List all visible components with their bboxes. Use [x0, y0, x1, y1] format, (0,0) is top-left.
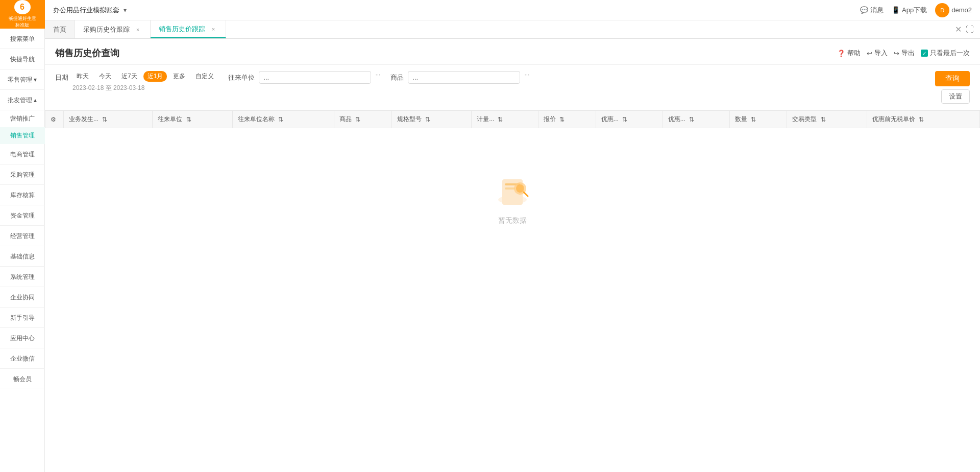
page-title: 销售历史价查询 [55, 47, 119, 59]
sidebar-item-purchase[interactable]: 采购管理 [0, 164, 45, 185]
date-range: 2023-02-18 至 2023-03-18 [72, 84, 218, 92]
sidebar-item-wholesale[interactable]: 批发管理 ▴ [0, 90, 45, 110]
tabbar-actions: ✕ ⛶ [949, 20, 980, 38]
product-ellipsis[interactable]: ··· [524, 71, 529, 78]
th-counterpart-name[interactable]: 往来单位名称 ⇅ [232, 111, 334, 128]
date-filter-group: 日期 昨天 今天 近7天 近1月 更多 自定义 2023-02-18 至 202… [55, 71, 218, 92]
user-profile[interactable]: D demo2 [935, 3, 972, 17]
sidebar-item-system[interactable]: 系统管理 [0, 267, 45, 287]
sidebar-item-guide[interactable]: 新手引导 [0, 308, 45, 328]
sort-icon-unit: ⇅ [498, 116, 503, 123]
date-btn-row: 昨天 今天 近7天 近1月 更多 自定义 [72, 71, 218, 82]
app-download-label: App下载 [902, 6, 927, 15]
sidebar-item-retail[interactable]: 零售管理 ▾ [0, 69, 45, 90]
product-label: 商品 [390, 71, 404, 82]
sidebar-item-ecommerce[interactable]: 电商管理 [0, 144, 45, 164]
gear-icon[interactable]: ⚙ [51, 116, 56, 123]
sidebar-item-operations[interactable]: 经营管理 [0, 226, 45, 246]
tab-purchase-history[interactable]: 采购历史价跟踪 × [75, 20, 151, 38]
date-btn-custom[interactable]: 自定义 [191, 71, 218, 82]
sort-icon-discount2: ⇅ [689, 116, 694, 123]
date-btn-1month[interactable]: 近1月 [143, 71, 167, 82]
th-trade-type[interactable]: 交易类型 ⇅ [787, 111, 867, 128]
sort-icon-biz-date: ⇅ [102, 116, 107, 123]
message-label: 消息 [870, 6, 884, 15]
company-name: 办公用品行业模拟账套 [53, 6, 119, 15]
company-dropdown[interactable]: ▾ [124, 7, 127, 14]
empty-text: 暂无数据 [498, 216, 527, 225]
sidebar-item-inventory[interactable]: 库存核算 [0, 185, 45, 205]
help-btn[interactable]: ❓ 帮助 [837, 49, 861, 58]
counterpart-label: 往来单位 [228, 71, 255, 82]
th-spec[interactable]: 规格型号 ⇅ [391, 111, 471, 128]
svg-rect-3 [505, 187, 515, 190]
app-download-btn[interactable]: 📱 App下载 [892, 6, 927, 15]
sidebar-item-appstore[interactable]: 应用中心 [0, 328, 45, 348]
product-input[interactable] [408, 71, 520, 84]
tab-close-sales[interactable]: × [209, 25, 217, 33]
empty-icon [492, 169, 533, 210]
topbar-right: 💬 消息 📱 App下载 D demo2 [860, 3, 972, 17]
data-table: ⚙ 业务发生... ⇅ 往来单位 ⇅ 往来单位名称 ⇅ [45, 110, 980, 128]
th-gear[interactable]: ⚙ [45, 111, 64, 128]
sort-icon-product: ⇅ [355, 116, 360, 123]
sidebar-item-basic[interactable]: 基础信息 [0, 246, 45, 267]
sidebar-item-search[interactable]: 搜索菜单 [0, 29, 45, 49]
import-btn[interactable]: ↩ 导入 [867, 49, 888, 58]
sidebar-item-enterprise[interactable]: 企业协同 [0, 287, 45, 308]
empty-state: 暂无数据 [45, 128, 980, 266]
th-pretax-price[interactable]: 优惠前无税单价 ⇅ [867, 111, 979, 128]
th-discount1[interactable]: 优惠... ⇅ [596, 111, 663, 128]
sidebar: 6 畅捷通好生意 标准版 搜索菜单 快捷导航 零售管理 ▾ 批发管理 ▴ 营销推… [0, 0, 45, 472]
avatar: D [935, 3, 949, 17]
topbar: 办公用品行业模拟账套 ▾ 💬 消息 📱 App下载 D demo2 [45, 0, 980, 20]
table-area: ⚙ 业务发生... ⇅ 往来单位 ⇅ 往来单位名称 ⇅ [45, 110, 980, 266]
date-btn-7days[interactable]: 近7天 [117, 71, 141, 82]
import-icon: ↩ [867, 50, 872, 57]
maximize-btn[interactable]: ⛶ [966, 25, 974, 34]
th-product[interactable]: 商品 ⇅ [334, 111, 392, 128]
sidebar-item-wechat[interactable]: 企业微信 [0, 348, 45, 369]
counterpart-ellipsis[interactable]: ··· [375, 71, 380, 78]
date-btn-more[interactable]: 更多 [169, 71, 189, 82]
tab-sales-history[interactable]: 销售历史价跟踪 × [151, 20, 226, 38]
date-buttons: 昨天 今天 近7天 近1月 更多 自定义 2023-02-18 至 2023-0… [72, 71, 218, 92]
sort-icon-counterpart-code: ⇅ [186, 116, 191, 123]
export-icon: ↪ [894, 50, 899, 57]
date-btn-today[interactable]: 今天 [95, 71, 115, 82]
only-last-checkbox[interactable]: ✓ 只看最后一次 [921, 49, 970, 58]
th-unit[interactable]: 计量... ⇅ [472, 111, 538, 128]
sort-icon-price: ⇅ [559, 116, 565, 123]
sort-icon-pretax-price: ⇅ [919, 116, 924, 123]
app-logo[interactable]: 6 畅捷通好生意 标准版 [0, 0, 45, 29]
close-window-btn[interactable]: ✕ [955, 25, 962, 34]
date-btn-yesterday[interactable]: 昨天 [72, 71, 93, 82]
sidebar-item-shortcuts[interactable]: 快捷导航 [0, 49, 45, 69]
message-icon: 💬 [860, 6, 868, 14]
message-btn[interactable]: 💬 消息 [860, 6, 884, 15]
th-quantity[interactable]: 数量 ⇅ [729, 111, 787, 128]
export-btn[interactable]: ↪ 导出 [894, 49, 915, 58]
sidebar-item-finance[interactable]: 资金管理 [0, 205, 45, 226]
tab-home[interactable]: 首页 [45, 20, 75, 38]
sidebar-item-marketing[interactable]: 营销推广 [0, 110, 45, 127]
logo-icon: 6 [14, 0, 31, 14]
th-discount2[interactable]: 优惠... ⇅ [663, 111, 729, 128]
th-biz-date[interactable]: 业务发生... ⇅ [64, 111, 153, 128]
th-price[interactable]: 报价 ⇅ [538, 111, 596, 128]
counterpart-input[interactable] [259, 71, 371, 84]
th-counterpart-code[interactable]: 往来单位 ⇅ [153, 111, 232, 128]
sort-icon-counterpart-name: ⇅ [278, 116, 283, 123]
page-header: 销售历史价查询 ❓ 帮助 ↩ 导入 ↪ 导出 ✓ 只看最后一次 [45, 39, 980, 65]
query-button[interactable]: 查询 [935, 71, 970, 86]
sidebar-item-member[interactable]: 畅会员 [0, 369, 45, 389]
sort-icon-spec: ⇅ [425, 116, 430, 123]
sort-icon-trade-type: ⇅ [821, 116, 826, 123]
sidebar-item-sales[interactable]: 销售管理 [0, 127, 45, 144]
settings-button[interactable]: 设置 [941, 89, 970, 104]
filter-area: 日期 昨天 今天 近7天 近1月 更多 自定义 2023-02-18 至 202… [45, 65, 980, 110]
content-area: 销售历史价查询 ❓ 帮助 ↩ 导入 ↪ 导出 ✓ 只看最后一次 [45, 39, 980, 472]
date-label: 日期 [55, 71, 68, 82]
tab-close-purchase[interactable]: × [134, 26, 142, 34]
app-name: 畅捷通好生意 [9, 15, 36, 22]
